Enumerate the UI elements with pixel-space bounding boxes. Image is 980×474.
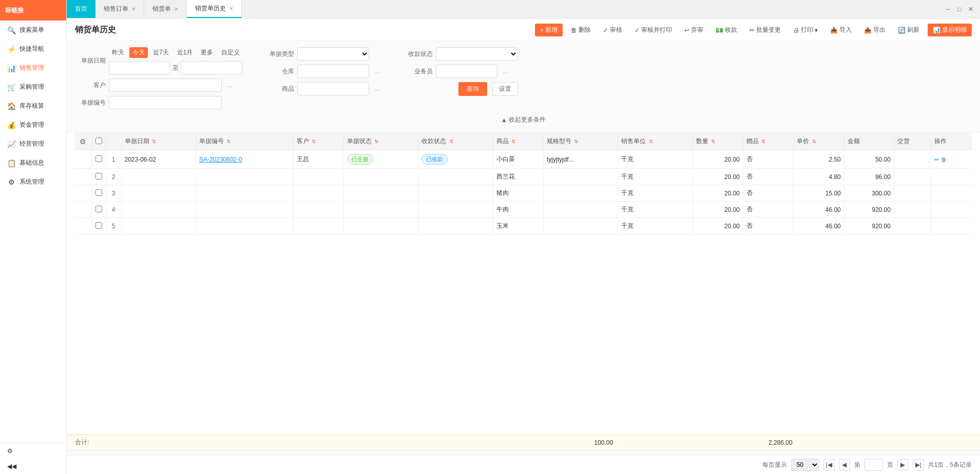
col-gift[interactable]: 赠品 ⇅ — [743, 133, 793, 150]
date-tab-today[interactable]: 今天 — [129, 47, 148, 58]
audit-print-button[interactable]: ✓ 审核并打印 — [630, 24, 676, 36]
last-page-btn[interactable]: ▶| — [913, 459, 924, 470]
select-all-checkbox[interactable] — [95, 137, 102, 144]
row-checkbox[interactable] — [95, 155, 102, 162]
col-settings[interactable]: ⚙ — [75, 133, 91, 150]
cell-payment-status — [418, 218, 493, 234]
cell-check[interactable] — [91, 202, 106, 218]
delete-button[interactable]: 🗑 删除 — [567, 24, 595, 36]
sidebar-collapse-btn[interactable]: ◀◀ — [0, 459, 66, 474]
row-checkbox[interactable] — [95, 173, 102, 180]
goods-input[interactable] — [297, 82, 369, 95]
col-unit-price[interactable]: 单价 ⇅ — [794, 133, 844, 150]
sidebar-item-fund-mgmt[interactable]: 💰 资金管理 — [0, 115, 66, 134]
row-checkbox[interactable] — [95, 222, 102, 229]
col-doc-status[interactable]: 单据状态 ⇅ — [344, 133, 418, 150]
tab-minimize-btn[interactable]: − — [944, 5, 952, 13]
export-button[interactable]: 📤 导出 — [860, 24, 890, 36]
payment-select[interactable] — [436, 47, 518, 61]
col-check[interactable] — [91, 133, 106, 150]
date-tab-more[interactable]: 更多 — [198, 47, 216, 58]
abandon-button[interactable]: ↩ 弃审 — [680, 24, 707, 36]
sidebar-item-inventory[interactable]: 🏠 库存核算 — [0, 96, 66, 115]
collect-button[interactable]: 💵 收款 — [712, 24, 741, 36]
row-checkbox[interactable] — [95, 189, 102, 196]
warehouse-ellipsis[interactable]: ... — [372, 68, 381, 75]
tab-sales-goods[interactable]: 销货单 ✕ — [144, 0, 187, 18]
sidebar-item-purchase-mgmt[interactable]: 🛒 采购管理 — [0, 77, 66, 96]
date-tab-7days[interactable]: 近7天 — [150, 47, 172, 58]
cell-check[interactable] — [91, 169, 106, 185]
staff-ellipsis[interactable]: ... — [501, 68, 510, 75]
col-doc-date[interactable]: 单据日期 ⇅ — [121, 133, 196, 150]
doctype-select[interactable] — [297, 47, 369, 61]
sidebar-item-search-menu[interactable]: 🔍 搜索菜单 — [0, 21, 66, 40]
filter-payment-item: 收款状态 — [402, 47, 518, 61]
goods-ellipsis[interactable]: ... — [372, 85, 381, 92]
table-row: 2西兰花千克20.00否4.8096.00 — [75, 169, 972, 185]
tab-sales-order-close[interactable]: ✕ — [131, 6, 136, 12]
date-tab-yesterday[interactable]: 昨天 — [109, 47, 127, 58]
settings-gear-icon[interactable]: ⚙ — [80, 137, 86, 146]
row-checkbox[interactable] — [95, 206, 102, 212]
col-quantity[interactable]: 数量 ⇅ — [693, 133, 743, 150]
tab-home[interactable]: 首页 — [67, 0, 95, 18]
sidebar-item-sales-mgmt[interactable]: 📊 销售管理 — [0, 58, 66, 77]
date-tab-1month[interactable]: 近1月 — [174, 47, 196, 58]
tab-sales-history[interactable]: 销货单历史 ✕ — [187, 0, 242, 18]
staff-input[interactable] — [436, 65, 497, 78]
cell-check[interactable] — [91, 150, 106, 169]
action-删除[interactable]: 🗑 — [941, 156, 947, 163]
warehouse-input[interactable] — [297, 65, 369, 78]
sidebar-item-ops-mgmt[interactable]: 📈 经营管理 — [0, 134, 66, 153]
next-page-btn[interactable]: ▶ — [897, 459, 909, 470]
sidebar-item-basic-info[interactable]: 📋 基础信息 — [0, 153, 66, 172]
doc-no-link[interactable]: SA-20230602-0 — [199, 156, 242, 163]
customer-ellipsis[interactable]: ... — [225, 82, 234, 89]
horizontal-scrollbar[interactable] — [67, 450, 980, 455]
footer-label: 合计: — [75, 438, 106, 447]
date-to-input[interactable]: 2023-06-02 — [181, 61, 242, 74]
col-sales-unit[interactable]: 销售单位 ⇅ — [618, 133, 693, 150]
sidebar-item-quick-nav[interactable]: ⚡ 快捷导航 — [0, 40, 66, 58]
tab-sales-history-close[interactable]: ✕ — [229, 6, 233, 11]
col-customer[interactable]: 客户 ⇅ — [293, 133, 343, 150]
cell-check[interactable] — [91, 185, 106, 202]
batch-change-button[interactable]: ✏ 批量变更 — [745, 24, 785, 36]
tab-sales-order[interactable]: 销售订单 ✕ — [95, 0, 144, 18]
toolbar: + 新增 🗑 删除 ✓ 审核 ✓ 审核并打印 ↩ 弃审 — [535, 24, 972, 36]
page-number-input[interactable]: 1 — [864, 459, 883, 471]
action-编辑[interactable]: ✏ — [934, 156, 939, 163]
set-button[interactable]: 设置 — [492, 82, 518, 96]
page-size-select[interactable]: 50 20 100 — [791, 459, 819, 471]
col-spec[interactable]: 规格型号 ⇅ — [544, 133, 618, 150]
tab-sales-goods-close[interactable]: ✕ — [174, 6, 178, 12]
col-goods[interactable]: 商品 ⇅ — [493, 133, 543, 150]
delete-icon: 🗑 — [571, 27, 577, 34]
query-button[interactable]: 查询 — [458, 82, 487, 96]
customer-input[interactable] — [109, 78, 222, 92]
date-tab-custom[interactable]: 自定义 — [218, 47, 243, 58]
refresh-button[interactable]: 🔄 刷新 — [894, 24, 924, 36]
docno-input[interactable] — [109, 96, 222, 109]
sidebar-settings-btn[interactable]: ⚙ — [0, 443, 66, 459]
table-header-row: ⚙ 单据日期 ⇅ 单据编号 ⇅ — [75, 133, 972, 150]
cell-actions: ✏🗑 — [931, 150, 972, 169]
audit-button[interactable]: ✓ 审核 — [599, 24, 626, 36]
add-button[interactable]: + 新增 — [535, 24, 563, 36]
tab-close-all-btn[interactable]: ✕ — [967, 5, 975, 13]
print-button[interactable]: 🖨 打印 ▾ — [789, 24, 822, 36]
col-payment-status[interactable]: 收款状态 ⇅ — [418, 133, 493, 150]
tab-expand-btn[interactable]: □ — [955, 5, 964, 13]
prev-page-btn[interactable]: ◀ — [839, 459, 850, 470]
show-detail-button[interactable]: 📊 显示明细 — [928, 24, 972, 36]
collapse-filter-btn[interactable]: ▲ 收起更多条件 — [497, 113, 550, 126]
cell-payment-status — [418, 169, 493, 185]
cell-rowno: 5 — [106, 218, 121, 234]
col-doc-no[interactable]: 单据编号 ⇅ — [196, 133, 293, 150]
sidebar-item-sys-mgmt[interactable]: ⚙ 系统管理 — [0, 172, 66, 191]
import-button[interactable]: 📥 导入 — [826, 24, 856, 36]
first-page-btn[interactable]: |◀ — [823, 459, 835, 470]
cell-check[interactable] — [91, 218, 106, 234]
date-from-input[interactable]: 2023-06-02 — [109, 61, 170, 74]
